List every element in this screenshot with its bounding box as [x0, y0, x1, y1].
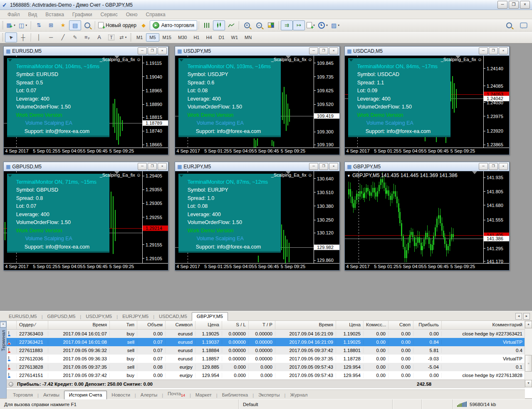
chart-close-button[interactable]: ×: [499, 47, 508, 54]
auto-scroll-button[interactable]: ⇉: [281, 20, 293, 30]
window-close-button[interactable]: ×: [520, 1, 530, 9]
column-header-symbol[interactable]: Символ: [166, 321, 195, 329]
column-header-swap[interactable]: Своп: [388, 321, 413, 329]
text-tool-button[interactable]: A: [93, 32, 105, 42]
scrollbar-track[interactable]: ≡: [525, 328, 532, 380]
zoom-in-button[interactable]: +: [241, 20, 253, 30]
column-header-time2[interactable]: Время: [275, 321, 336, 329]
chart-plot-gbpjpy[interactable]: ▼GBPJPY,M5 141.435 141.445 141.369 141.3…: [345, 171, 483, 263]
chart-plot-gbpusd[interactable]: TerminalMonitor ON, 71ms, ~15msSymbol: G…: [4, 171, 142, 263]
toolbar-grip[interactable]: [2, 21, 3, 30]
window-titlebar[interactable]: ✓ 1568885: Activtrades-Demo - Демо Счет …: [0, 0, 532, 10]
chart-minimize-button[interactable]: ─: [479, 47, 488, 54]
market-watch-button[interactable]: ⇅: [33, 20, 45, 30]
chart-close-button[interactable]: ×: [499, 163, 508, 170]
terminal-tab-alerts[interactable]: Алерты: [136, 391, 162, 399]
indicators-button[interactable]: ▼: [305, 20, 317, 30]
window-restore-button[interactable]: ❐: [509, 1, 519, 9]
chart-shift-button[interactable]: ↦: [293, 20, 305, 30]
new-chart-button[interactable]: ▦+▼: [5, 20, 17, 30]
column-header-volume[interactable]: Объем: [137, 321, 166, 329]
chart-window-titlebar[interactable]: ▦GBPJPY,M5─❐×: [345, 162, 509, 171]
terminal-tab-library[interactable]: Библиотека: [218, 391, 253, 399]
data-window-button[interactable]: ⊞: [45, 20, 57, 30]
label-tool-button[interactable]: T: [105, 32, 117, 42]
price-scale-gbpjpy[interactable]: 141.935141.805141.680141.555141.295141.1…: [483, 171, 509, 263]
column-header-comm[interactable]: Комисс...: [364, 321, 388, 329]
chart-minimize-button[interactable]: ─: [309, 47, 318, 54]
chart-close-button[interactable]: ×: [158, 47, 167, 54]
tab-scroll-right-icon[interactable]: ▸: [523, 313, 530, 320]
chart-restore-button[interactable]: ❐: [319, 47, 328, 54]
table-row-order-227363421[interactable]: 2273634212017.09.04 16:01:08sell0.07euru…: [7, 338, 525, 346]
timeframe-m30-button[interactable]: M30: [175, 33, 190, 42]
symbol-dropdown-icon[interactable]: ▼: [347, 174, 351, 178]
column-header-price2[interactable]: Цена: [336, 321, 364, 329]
tab-scroll-left-icon[interactable]: ◂: [515, 313, 522, 320]
scrollbar-thumb[interactable]: ≡: [525, 355, 532, 372]
menu-view[interactable]: Вид: [24, 11, 42, 18]
terminal-tab-market[interactable]: Маркет: [191, 391, 216, 399]
chart-window-titlebar[interactable]: ▦USDCAD,M5─❐×: [345, 47, 509, 56]
menu-service[interactable]: Сервис: [97, 11, 122, 18]
chart-minimize-button[interactable]: ─: [309, 163, 318, 170]
menu-insert[interactable]: Вставка: [41, 11, 68, 18]
table-row-order-227611883[interactable]: 2276118832017.09.05 09:36:32sell0.07euru…: [7, 346, 525, 355]
profiles-button[interactable]: ◫▼: [17, 20, 29, 30]
chart-close-button[interactable]: ×: [158, 163, 167, 170]
autotrade-button[interactable]: ▶Авто-торговля: [150, 20, 197, 30]
menu-help[interactable]: Справка: [142, 11, 170, 18]
toolbar-grip[interactable]: [130, 33, 131, 42]
terminal-tab-experts[interactable]: Эксперты: [254, 391, 284, 399]
chart-window-titlebar[interactable]: ▦GBPUSD,M5─❐×: [4, 162, 168, 171]
menu-charts[interactable]: Графики: [68, 11, 97, 18]
chart-tab-usdjpy-m5[interactable]: USDJPY,M5: [81, 313, 116, 320]
chart-close-button[interactable]: ×: [329, 163, 338, 170]
chart-restore-button[interactable]: ❐: [148, 47, 157, 54]
column-header-comment[interactable]: Комментарий: [442, 321, 525, 329]
line-chart-button[interactable]: [225, 20, 237, 30]
toolbar-grip[interactable]: [2, 33, 3, 42]
terminal-tab-journal[interactable]: Журнал: [285, 391, 312, 399]
chart-restore-button[interactable]: ❐: [148, 163, 157, 170]
chart-minimize-button[interactable]: ─: [138, 47, 147, 54]
channel-tool-button[interactable]: ✎: [69, 32, 81, 42]
chart-window-titlebar[interactable]: ▦EURUSD,M5─❐×: [4, 47, 168, 56]
strategy-tester-button[interactable]: [81, 20, 93, 30]
fibo-tool-button[interactable]: ≡F: [81, 32, 93, 42]
column-header-price1[interactable]: Цена: [195, 321, 222, 329]
terminal-tab-trade[interactable]: Торговля: [8, 391, 37, 399]
timeframe-w1-button[interactable]: W1: [228, 33, 242, 42]
chart-plot-eurjpy[interactable]: TerminalMonitor ON, 87ms, ~12msSymbol: E…: [175, 171, 314, 263]
timeframe-d1-button[interactable]: D1: [215, 33, 228, 42]
cursor-tool-button[interactable]: ➤: [5, 32, 17, 42]
chart-plot-usdjpy[interactable]: TerminalMonitor ON, 103ms, ~16msSymbol: …: [175, 56, 314, 148]
price-scale-eurjpy[interactable]: 130.640130.510130.380130.250130.120129.8…: [314, 171, 339, 263]
chart-restore-button[interactable]: ❐: [489, 163, 498, 170]
status-profile[interactable]: Default: [239, 399, 393, 409]
window-minimize-button[interactable]: ─: [497, 1, 507, 9]
terminal-button[interactable]: ▤: [69, 20, 81, 30]
price-scale-usdjpy[interactable]: 109.845109.735109.625109.520109.300109.1…: [314, 56, 339, 148]
scrollbar-up-icon[interactable]: ▲: [525, 321, 532, 328]
terminal-tab-account-history[interactable]: История Счета: [64, 391, 107, 399]
chart-minimize-button[interactable]: ─: [479, 163, 488, 170]
scrollbar-down-icon[interactable]: ▼: [525, 380, 532, 387]
column-header-icon[interactable]: [7, 321, 17, 329]
column-header-profit[interactable]: Прибыль: [413, 321, 442, 329]
chart-restore-button[interactable]: ❐: [319, 163, 328, 170]
trendline-tool-button[interactable]: ╱: [57, 32, 69, 42]
candle-chart-button[interactable]: [213, 20, 225, 30]
chart-window-titlebar[interactable]: ▦USDJPY,M5─❐×: [175, 47, 339, 56]
timeframe-m1-button[interactable]: M1: [133, 33, 146, 42]
chart-tab-gbpusd-m5[interactable]: GBPUSD,M5: [43, 313, 80, 320]
periods-button[interactable]: ▼: [317, 20, 329, 30]
bar-chart-button[interactable]: [201, 20, 213, 30]
chart-minimize-button[interactable]: ─: [138, 163, 147, 170]
crosshair-tool-button[interactable]: ┼: [17, 32, 29, 42]
timeframe-h1-button[interactable]: H1: [190, 33, 203, 42]
arrows-tool-button[interactable]: ⇄▼: [117, 32, 129, 42]
chart-tab-usdcad-m5[interactable]: USDCAD,M5: [154, 313, 192, 320]
metaeditor-button[interactable]: ◆: [138, 20, 150, 30]
price-scale-eurusd[interactable]: 1.191151.190401.189651.188901.188151.187…: [142, 56, 168, 148]
